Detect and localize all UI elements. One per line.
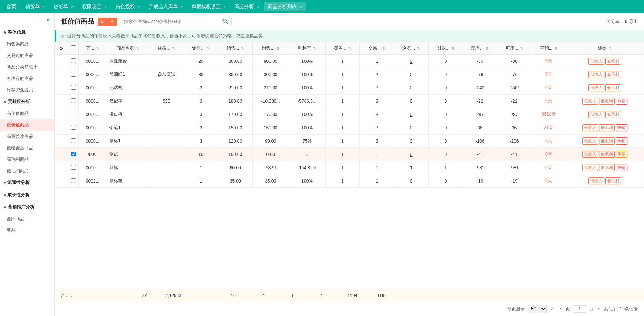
- row-checkbox[interactable]: [71, 152, 76, 156]
- sidebar-item-inventory-capital[interactable]: 库存资金占用: [0, 84, 54, 96]
- view1-value[interactable]: 0: [410, 179, 413, 184]
- settings-col-header[interactable]: ⚙: [55, 42, 68, 55]
- nav-product-inbound[interactable]: 产成品入库单 ×: [145, 2, 187, 11]
- view1-cell[interactable]: 0: [394, 95, 429, 108]
- tags-col-header[interactable]: 标签 ⇅: [566, 42, 644, 55]
- sidebar-item-high-value[interactable]: 高价值商品: [0, 108, 54, 119]
- current-col-header[interactable]: 现有... ⇅: [463, 42, 497, 55]
- view1-cell[interactable]: 0: [394, 55, 429, 68]
- search-input[interactable]: [124, 19, 220, 24]
- sidebar-group-marketing[interactable]: ∨ 营销推广分析: [0, 201, 54, 213]
- nav-home[interactable]: 首页: [3, 2, 20, 11]
- view1-value[interactable]: 0: [410, 85, 413, 91]
- view1-cell[interactable]: 1: [394, 161, 429, 174]
- first-page-btn[interactable]: «: [550, 306, 555, 312]
- view1-value[interactable]: 0: [410, 152, 413, 157]
- sidebar-item-high-gross[interactable]: 高毛利商品: [0, 154, 54, 165]
- checkbox-cell[interactable]: [68, 135, 78, 148]
- row-checkbox[interactable]: [71, 178, 76, 183]
- nav-template-setting[interactable]: 单据模板设置 ×: [188, 2, 229, 11]
- sidebar-item-new-goods[interactable]: 新品: [0, 225, 54, 236]
- sidebar-group-growth[interactable]: > 成长性分析: [0, 189, 54, 201]
- view1-cell[interactable]: 0: [394, 68, 429, 81]
- sidebar-item-low-value[interactable]: 低价值商品: [0, 119, 54, 131]
- next-page-btn[interactable]: ›: [597, 306, 601, 312]
- page-input[interactable]: [573, 305, 586, 313]
- search-icon[interactable]: 🔍: [222, 18, 228, 24]
- view1-value[interactable]: 0: [410, 112, 413, 117]
- nav-goods-analysis[interactable]: 商品分析 ×: [231, 2, 263, 11]
- sales-price-col-header[interactable]: 销售... ⇅: [218, 42, 252, 55]
- nav-goods-analysis-list[interactable]: 商品分析列表 ×: [264, 2, 306, 11]
- checkbox-cell[interactable]: [68, 68, 78, 81]
- checkbox-col-header[interactable]: [68, 42, 78, 55]
- row-checkbox[interactable]: [71, 112, 76, 116]
- export-btn[interactable]: ⬇ 导出: [624, 18, 638, 25]
- row-checkbox[interactable]: [71, 125, 76, 130]
- view1-cell[interactable]: 0: [394, 135, 429, 148]
- view2-col-header[interactable]: 浏览... ⇅: [429, 42, 463, 55]
- row-checkbox[interactable]: [71, 138, 76, 143]
- coverage-col-header[interactable]: 覆盖... ⇅: [325, 42, 360, 55]
- share-btn[interactable]: ⎘ 分享: [607, 18, 620, 25]
- saleable-col-header[interactable]: 可销... ⇅: [531, 42, 566, 55]
- view1-value[interactable]: 0: [410, 139, 413, 144]
- row-checkbox[interactable]: [71, 85, 76, 90]
- per-page-select[interactable]: 50 100: [528, 305, 547, 313]
- trade-cell: 3: [360, 95, 394, 108]
- nav-sales-order[interactable]: 销货单 ×: [21, 2, 48, 11]
- prev-page-btn[interactable]: ‹: [558, 306, 563, 312]
- sidebar-item-low-coverage[interactable]: 低覆盖度商品: [0, 142, 54, 154]
- sidebar-item-category-sales-rate[interactable]: 商品分类销售率: [0, 61, 54, 73]
- nav-permission[interactable]: 权限设置 ×: [78, 2, 110, 11]
- sidebar-item-traded-goods[interactable]: 交易过的商品: [0, 50, 54, 61]
- sidebar-collapse-btn[interactable]: «: [45, 15, 51, 24]
- gross-rate-col-header[interactable]: 毛利率 ⇅: [289, 42, 325, 55]
- trade-col-header[interactable]: 交易... ⇅: [360, 42, 394, 55]
- select-all-checkbox[interactable]: [71, 45, 76, 50]
- sidebar-group-contribution[interactable]: ∨ 贡献度分析: [0, 96, 54, 108]
- code-col-header[interactable]: 商... ⇅: [78, 42, 107, 55]
- sales-amount-col-header[interactable]: 销售... ⇅: [252, 42, 289, 55]
- checkbox-cell[interactable]: [68, 81, 78, 95]
- view1-value[interactable]: 0: [410, 72, 413, 77]
- view1-col-header[interactable]: 浏览... ⇅: [394, 42, 429, 55]
- row-checkbox[interactable]: [71, 98, 76, 103]
- checkbox-cell[interactable]: [68, 161, 78, 174]
- nav-purchase-order[interactable]: 进货单 ×: [50, 2, 77, 11]
- gross-rate-cell: 100%: [289, 55, 325, 68]
- view1-cell[interactable]: 0: [394, 108, 429, 121]
- view1-value[interactable]: 0: [410, 125, 413, 130]
- view1-cell[interactable]: 0: [394, 148, 429, 161]
- sidebar-item-all-goods[interactable]: 全部商品: [0, 213, 54, 225]
- nav-role-auth[interactable]: 角色授权 ×: [112, 2, 144, 11]
- checkbox-cell[interactable]: [68, 108, 78, 121]
- spec-cell: [149, 174, 184, 188]
- checkbox-cell[interactable]: [68, 121, 78, 135]
- row-checkbox[interactable]: [71, 165, 76, 170]
- sales-qty-cell: 20: [184, 55, 218, 68]
- filter-tag-btn[interactable]: 近一月: [98, 18, 117, 26]
- view1-cell[interactable]: 0: [394, 174, 429, 188]
- row-checkbox[interactable]: [71, 72, 76, 77]
- checkbox-cell[interactable]: [68, 95, 78, 108]
- sidebar-item-low-gross[interactable]: 低毛利商品: [0, 165, 54, 177]
- name-col-header[interactable]: 商品名称 ⇅: [107, 42, 149, 55]
- checkbox-cell[interactable]: [68, 148, 78, 161]
- view1-value[interactable]: 0: [410, 99, 413, 104]
- available-col-header[interactable]: 可用... ⇅: [497, 42, 531, 55]
- sidebar-item-high-coverage[interactable]: 高覆盖度商品: [0, 131, 54, 142]
- spec-col-header[interactable]: 规格... ⇅: [149, 42, 184, 55]
- sidebar-item-sales-goods[interactable]: 销售类商品: [0, 38, 54, 50]
- checkbox-cell[interactable]: [68, 55, 78, 68]
- sales-qty-col-header[interactable]: 销售... ⇅: [184, 42, 218, 55]
- view1-value[interactable]: 0: [410, 59, 413, 64]
- row-checkbox[interactable]: [71, 58, 76, 63]
- view1-cell[interactable]: 0: [394, 121, 429, 135]
- checkbox-cell[interactable]: [68, 174, 78, 188]
- sidebar-item-in-stock-goods[interactable]: 有库存的商品: [0, 73, 54, 84]
- view1-cell[interactable]: 0: [394, 81, 429, 95]
- sidebar-group-overall[interactable]: ∨ 整体信息: [0, 26, 54, 38]
- sidebar-group-circulation[interactable]: > 流通性分析: [0, 177, 54, 189]
- view1-value[interactable]: 1: [410, 165, 413, 170]
